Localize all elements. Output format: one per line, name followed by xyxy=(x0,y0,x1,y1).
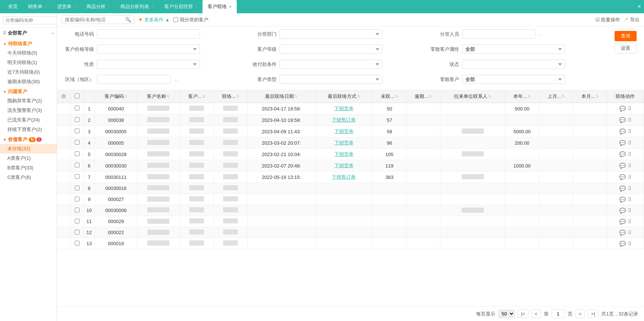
message-icon[interactable]: 💬 xyxy=(619,163,626,169)
retail-attr-select[interactable]: 全部 xyxy=(462,45,565,54)
col-customer-code[interactable]: 客户编码⇅ xyxy=(95,90,137,103)
collapse-icon[interactable]: » xyxy=(52,31,54,35)
row-checkbox[interactable] xyxy=(75,208,80,212)
row-checkbox[interactable] xyxy=(75,151,80,156)
sidebar-search-input[interactable] xyxy=(3,16,57,24)
tab-customer-contact[interactable]: 客户联络 × xyxy=(203,0,236,13)
row-checkbox[interactable] xyxy=(75,128,80,133)
sidebar-item-c-class[interactable]: C类客户(6) xyxy=(0,173,57,182)
sidebar-item-hoarding[interactable]: 囤购异常客户(2) xyxy=(0,96,57,106)
search-icon[interactable]: 🔍 xyxy=(125,17,131,22)
status-select[interactable] xyxy=(462,60,565,69)
grid-action-icon[interactable]: ⠿ xyxy=(628,140,631,146)
message-icon[interactable]: 💬 xyxy=(619,128,626,134)
message-icon[interactable]: 💬 xyxy=(619,219,626,225)
close-icon[interactable]: × xyxy=(45,4,47,9)
query-button[interactable]: 查询 xyxy=(615,31,637,41)
tab-purchase[interactable]: 进货单 × xyxy=(52,0,81,13)
row-checkbox[interactable] xyxy=(75,197,80,201)
row-checkbox[interactable] xyxy=(75,106,80,110)
region-input[interactable] xyxy=(97,75,170,84)
cust-level-select[interactable] xyxy=(279,45,383,54)
grid-action-icon[interactable]: ⠿ xyxy=(628,174,631,180)
message-icon[interactable]: 💬 xyxy=(619,208,626,214)
sidebar-item-b-class[interactable]: B类客户(33) xyxy=(0,163,57,173)
row-checkbox[interactable] xyxy=(75,163,80,167)
sidebar-item-today[interactable]: 今天待联络(0) xyxy=(0,48,57,58)
grid-action-icon[interactable]: ⠿ xyxy=(628,128,631,134)
tab-sales[interactable]: 销售单 × xyxy=(23,0,52,13)
problem-customer-group[interactable]: ▼ 问题客户 xyxy=(0,87,57,96)
sidebar-item-ungrouped[interactable]: 未分组(32) xyxy=(0,144,57,154)
my-customers-checkbox[interactable] xyxy=(173,17,178,22)
sidebar-item-tomorrow[interactable]: 明天待联络(1) xyxy=(0,58,57,67)
row-checkbox[interactable] xyxy=(75,174,80,179)
row-checkbox[interactable] xyxy=(75,230,80,234)
dept-select[interactable] xyxy=(279,29,383,39)
grid-action-icon[interactable]: ⠿ xyxy=(628,197,631,202)
col-customer-name[interactable]: 客户名称⇅ xyxy=(137,90,180,103)
grid-action-icon[interactable]: ⠿ xyxy=(628,219,631,225)
per-page-select[interactable]: 50 xyxy=(498,310,515,318)
more-conditions-btn[interactable]: ▼ 更多条件 ▲ xyxy=(138,17,170,23)
reset-button[interactable]: 设置 xyxy=(615,43,637,54)
message-icon[interactable]: 💬 xyxy=(619,151,626,157)
row-checkbox[interactable] xyxy=(75,186,80,190)
tab-customer-tier[interactable]: 客户分层经营 × xyxy=(159,0,203,13)
col-last-method[interactable]: 最后联络方式⇅ xyxy=(315,90,373,103)
message-icon[interactable]: 💬 xyxy=(619,140,626,146)
grid-action-icon[interactable]: ⠿ xyxy=(628,163,631,169)
nature-select[interactable] xyxy=(97,60,200,69)
first-page-btn[interactable]: |< xyxy=(518,310,528,318)
row-checkbox[interactable] xyxy=(75,219,80,223)
col-overdue[interactable]: 逾期...⇅ xyxy=(407,90,440,103)
message-icon[interactable]: 💬 xyxy=(619,230,626,236)
message-icon[interactable]: 💬 xyxy=(619,106,626,112)
col-ctype[interactable]: 客户...⇅ xyxy=(180,90,214,103)
message-icon[interactable]: 💬 xyxy=(619,174,626,180)
row-checkbox[interactable] xyxy=(75,140,80,145)
grid-action-icon[interactable]: ⠿ xyxy=(628,186,631,191)
row-checkbox[interactable] xyxy=(75,241,80,246)
sidebar-item-churned[interactable]: 已流失客户(24) xyxy=(0,115,57,125)
last-page-btn[interactable]: >| xyxy=(588,310,598,318)
sidebar-item-declining[interactable]: 持续下滑客户(2) xyxy=(0,125,57,134)
search-input[interactable] xyxy=(65,17,124,22)
region-more-icon[interactable]: … xyxy=(173,77,178,82)
col-year[interactable]: 本年...⇅ xyxy=(505,90,539,103)
grid-action-icon[interactable]: ⠿ xyxy=(628,230,631,236)
grid-action-icon[interactable]: ⠿ xyxy=(628,241,631,247)
tab-analysis-list[interactable]: 商品分析列表 × xyxy=(115,0,159,13)
pending-contact-group[interactable]: ▼ 待联络客户 xyxy=(0,39,57,48)
manager-more-icon[interactable]: … xyxy=(539,31,543,37)
close-window-icon[interactable]: × xyxy=(638,3,641,10)
close-icon[interactable]: × xyxy=(195,4,197,9)
phone-input[interactable] xyxy=(97,29,200,39)
message-icon[interactable]: 💬 xyxy=(619,241,626,247)
tab-home[interactable]: 首页 xyxy=(3,0,23,13)
export-btn[interactable]: ↗ 导出 xyxy=(624,17,640,23)
sidebar-item-a-class[interactable]: A类客户(1) xyxy=(0,154,57,163)
next-page-btn[interactable]: > xyxy=(576,310,585,318)
price-level-select[interactable] xyxy=(97,45,200,54)
col-contact[interactable]: 联络...⇅ xyxy=(214,90,247,103)
message-icon[interactable]: 💬 xyxy=(619,186,626,191)
cust-type-select[interactable] xyxy=(279,75,383,84)
message-icon[interactable]: 💬 xyxy=(619,117,626,123)
value-customer-group[interactable]: ▼ 价值客户 ↻ ! xyxy=(0,134,57,144)
grid-action-icon[interactable]: ⠿ xyxy=(628,151,631,157)
tab-analysis[interactable]: 商品分析 × xyxy=(81,0,115,13)
grid-action-icon[interactable]: ⠿ xyxy=(628,117,631,123)
sidebar-item-overdue[interactable]: 逾期未联络(30) xyxy=(0,77,57,87)
select-all-checkbox[interactable] xyxy=(75,94,80,98)
sidebar-item-churn-warning[interactable]: 流失预警客户(3) xyxy=(0,106,57,115)
all-customers-header[interactable]: ⠿ 全部客户 » xyxy=(0,28,57,39)
message-icon[interactable]: 💬 xyxy=(619,197,626,202)
manager-input[interactable] xyxy=(462,29,536,39)
payment-select[interactable] xyxy=(279,60,383,69)
page-input[interactable] xyxy=(552,310,565,318)
row-checkbox[interactable] xyxy=(75,117,80,122)
close-icon[interactable]: × xyxy=(151,4,154,9)
col-last-month[interactable]: 上月...⇅ xyxy=(539,90,573,103)
col-no-contact[interactable]: 未联...⇅ xyxy=(373,90,407,103)
